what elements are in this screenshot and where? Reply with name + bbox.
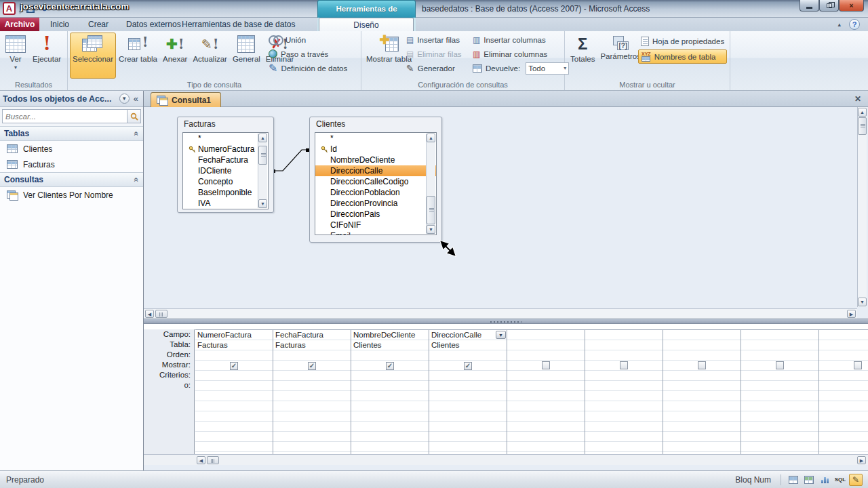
datasheet-view-button[interactable] xyxy=(787,474,800,486)
mostrar-checkbox[interactable]: ✓ xyxy=(308,362,316,370)
grid-cell-blank[interactable] xyxy=(741,391,818,401)
grid-cell-campo[interactable]: NumeroFactura xyxy=(195,330,273,340)
grid-cell-orden[interactable] xyxy=(429,350,507,361)
grid-cell-tabla[interactable]: Facturas xyxy=(195,340,273,350)
grid-cell-blank[interactable] xyxy=(585,391,663,401)
nav-item-facturas[interactable]: Facturas xyxy=(0,157,143,172)
anexar-button[interactable]: ✚! Anexar xyxy=(160,33,190,79)
grid-cell-criterios[interactable] xyxy=(507,371,585,381)
mostrar-checkbox[interactable]: ✓ xyxy=(230,362,238,370)
grid-cell-mostrar[interactable] xyxy=(507,361,585,371)
grid-cell-blank[interactable] xyxy=(507,411,585,422)
grid-cell-blank[interactable] xyxy=(585,411,663,422)
grid-cell-blank[interactable] xyxy=(741,411,818,422)
insertar-filas-button[interactable]: ▤ Insertar filas xyxy=(403,33,465,47)
table-card-clientes[interactable]: Clientes*IdNombreDeClienteDireccionCalle… xyxy=(309,117,442,243)
scroll-thumb[interactable] xyxy=(427,196,435,224)
scroll-up-icon[interactable]: ▲ xyxy=(858,108,867,117)
grid-cell-blank[interactable] xyxy=(741,422,818,432)
grid-cell-criterios[interactable] xyxy=(351,371,429,381)
grid-cell-blank[interactable] xyxy=(273,442,351,452)
grid-cell-tabla[interactable] xyxy=(585,340,663,350)
grid-cell-o[interactable] xyxy=(819,381,868,391)
chevron-up-icon[interactable]: « xyxy=(132,178,142,182)
grid-cell-orden[interactable] xyxy=(741,350,818,361)
seleccionar-button[interactable]: Seleccionar xyxy=(70,33,116,79)
search-icon[interactable] xyxy=(127,109,141,123)
grid-cell-orden[interactable] xyxy=(273,350,351,361)
field-row-numerofactura[interactable]: NumeroFactura xyxy=(183,144,268,155)
grid-cell-blank[interactable] xyxy=(429,422,507,432)
grid-cell-o[interactable] xyxy=(585,381,663,391)
sql-view-button[interactable]: SQL xyxy=(833,474,847,486)
grid-cell-blank[interactable] xyxy=(195,411,273,422)
grid-cell-blank[interactable] xyxy=(585,401,663,411)
table-card-title[interactable]: Clientes xyxy=(310,117,441,131)
grid-cell-blank[interactable] xyxy=(351,411,429,422)
grid-cell-mostrar[interactable]: ✓ xyxy=(351,361,429,371)
field-row-direccioncallecodigo[interactable]: DireccionCalleCodigo xyxy=(315,176,436,187)
grid-cell-blank[interactable] xyxy=(429,391,507,401)
grid-cell-orden[interactable] xyxy=(663,350,741,361)
ejecutar-button[interactable]: ! Ejecutar xyxy=(30,33,64,79)
grid-cell-o[interactable] xyxy=(663,381,741,391)
table-card-facturas[interactable]: Facturas*NumeroFacturaFechaFacturaIDClie… xyxy=(177,117,274,213)
minimize-button[interactable] xyxy=(800,0,819,12)
field-row-direccionprovincia[interactable]: DireccionProvincia xyxy=(315,198,436,209)
scroll-thumb[interactable] xyxy=(207,456,219,464)
nav-item-clientes[interactable]: Clientes xyxy=(0,141,143,157)
grid-cell-blank[interactable] xyxy=(351,401,429,411)
pivotchart-view-button[interactable] xyxy=(818,474,831,486)
grid-cell-blank[interactable] xyxy=(429,411,507,422)
grid-cell-blank[interactable] xyxy=(819,401,868,411)
field-dropdown-icon[interactable]: ▼ xyxy=(496,331,506,339)
crear-tabla-button[interactable]: ! Crear tabla xyxy=(116,33,160,79)
grid-cell-blank[interactable] xyxy=(585,432,663,442)
grid-cell-mostrar[interactable]: ✓ xyxy=(429,361,507,371)
field-row-baseimponible[interactable]: BaseImponible xyxy=(183,187,268,198)
grid-cell-campo[interactable] xyxy=(741,330,818,340)
grid-cell-blank[interactable] xyxy=(819,432,868,442)
grid-cell-blank[interactable] xyxy=(507,422,585,432)
grid-cell-o[interactable] xyxy=(273,381,351,391)
field-row-fechafactura[interactable]: FechaFactura xyxy=(183,155,268,165)
grid-cell-tabla[interactable] xyxy=(663,340,741,350)
grid-cell-blank[interactable] xyxy=(819,391,868,401)
grid-cell-blank[interactable] xyxy=(663,401,741,411)
parametros-button[interactable]: Parámetros xyxy=(597,33,643,79)
field-row-iva[interactable]: IVA xyxy=(183,198,268,209)
grid-cell-blank[interactable] xyxy=(273,391,351,401)
scroll-thumb[interactable] xyxy=(258,146,267,165)
grid-cell-blank[interactable] xyxy=(507,401,585,411)
chevron-up-icon[interactable]: « xyxy=(132,131,142,136)
mostrar-checkbox[interactable] xyxy=(542,361,550,369)
grid-cell-blank[interactable] xyxy=(429,401,507,411)
scroll-up-icon[interactable]: ▲ xyxy=(427,134,435,142)
grid-cell-criterios[interactable] xyxy=(429,371,507,381)
definicion-datos-button[interactable]: ✎ Definición de datos xyxy=(266,61,350,75)
nav-item-ver-clientes-por-nombre[interactable]: Ver Clientes Por Nombre xyxy=(0,187,143,203)
grid-cell-blank[interactable] xyxy=(819,411,868,422)
grid-cell-blank[interactable] xyxy=(507,391,585,401)
devuelve-combobox[interactable]: Todo ▾ xyxy=(526,62,569,75)
scroll-down-icon[interactable]: ▼ xyxy=(427,225,435,234)
grid-cell-criterios[interactable] xyxy=(741,371,818,381)
actualizar-button[interactable]: ✎! Actualizar xyxy=(190,33,230,79)
nombres-de-tabla-button[interactable]: XYZ Nombres de tabla xyxy=(638,49,727,64)
grid-cell-o[interactable] xyxy=(351,381,429,391)
diagram-vertical-scrollbar[interactable]: ▲ ▼ xyxy=(857,107,867,307)
grid-cell-campo[interactable] xyxy=(819,330,868,340)
table-card-title[interactable]: Facturas xyxy=(178,117,273,131)
grid-cell-blank[interactable] xyxy=(741,442,818,452)
field-row-id[interactable]: Id xyxy=(315,144,436,155)
field-row-direccionpoblacion[interactable]: DireccionPoblacion xyxy=(315,187,436,198)
generador-button[interactable]: ✎ Generador xyxy=(403,61,465,75)
minimize-ribbon-icon[interactable]: ▴ xyxy=(837,21,841,28)
insertar-columnas-button[interactable]: ▥ Insertar columnas xyxy=(470,33,572,47)
grid-cell-mostrar[interactable] xyxy=(663,361,741,371)
field-list-scrollbar[interactable]: ▲▼ xyxy=(258,134,267,208)
grid-cell-criterios[interactable] xyxy=(195,371,273,381)
grid-cell-tabla[interactable]: Clientes xyxy=(351,340,429,350)
grid-cell-tabla[interactable] xyxy=(507,340,585,350)
grid-cell-mostrar[interactable]: ✓ xyxy=(273,361,351,371)
